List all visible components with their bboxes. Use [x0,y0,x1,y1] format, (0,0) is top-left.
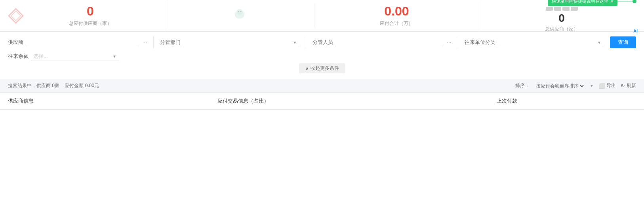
refresh-icon: ↻ [621,83,625,89]
payable-total-number: 0.00 [384,4,409,18]
results-bar: 搜索结果中，供应商 0家 应付金额 0.00元 排序： 按应付会额倒序排序 ▼ … [0,79,644,93]
search-result-text: 搜索结果中，供应商 0家 应付金额 0.00元 [8,82,99,89]
tooltip-close[interactable]: × [611,0,613,4]
stats-bar: 0 总应付供应商（家） 0.00 应付合计（万） 快速录单的快捷键说明在这里 × [0,0,644,32]
refresh-button[interactable]: ↻ 刷新 [621,82,636,89]
table-col-last-payment: 上次付款 [497,97,636,105]
balance-filter-item: 往来余额 选择... ▼ [8,51,119,61]
collapse-button[interactable]: ∧ 收起更多条件 [299,63,345,73]
refresh-label: 刷新 [627,82,636,89]
unit-class-select[interactable] [498,38,604,47]
filter-row-2: 往来余额 选择... ▼ [8,51,636,61]
payable-vendors-label: 总应付供应商（家） [69,20,112,27]
balance-select[interactable]: 选择... [31,51,119,61]
divider-1 [153,36,154,48]
dept-filter-item: 分管部门 ▼ [160,38,299,47]
collapse-arrow-icon: ∧ [305,66,309,71]
unit-class-select-wrapper: ▼ [498,38,604,47]
search-prefix: 搜索结果中，供应商 [8,83,51,88]
divider-2 [306,36,306,48]
unit-class-label: 往来单位分类 [465,39,495,46]
stat-payable-vendors: 0 总应付供应商（家） [0,0,165,31]
query-button[interactable]: 查询 [610,36,636,48]
table-col-transaction-info: 应付交易信息（占比） [217,97,497,105]
table-header: 供应商信息 应付交易信息（占比） 上次付款 [0,93,644,110]
tooltip-banner: 快速录单的快捷键说明在这里 × [548,0,617,6]
gray-block-4 [571,7,578,11]
collapse-row: ∧ 收起更多条件 [8,61,636,76]
gray-block-1 [546,7,553,11]
amount-label: 应付金额 [65,83,84,88]
balance-label: 往来余额 [8,53,29,60]
person-label: 分管人员 [312,39,333,46]
person-filter-item: 分管人员 ··· [312,38,452,47]
payable-vendors-number: 0 [87,4,94,18]
person-more-icon[interactable]: ··· [447,39,452,46]
results-left: 搜索结果中，供应商 0家 应付金额 0.00元 [8,82,99,89]
export-icon: ⬜ [598,83,605,89]
diamond-icon [8,8,24,24]
balance-select-wrapper: 选择... ▼ [31,51,119,61]
sort-select[interactable]: 按应付会额倒序排序 [534,83,585,89]
divider-3 [458,36,458,48]
payable-total-label: 应付合计（万） [380,20,413,27]
dept-label: 分管部门 [160,39,181,46]
gray-block-3 [562,7,570,11]
table-body [0,110,644,204]
vendor-label: 供应商 [8,39,24,46]
dept-select[interactable] [183,38,299,47]
tooltip-text: 快速录单的快捷键说明在这里 [552,0,608,4]
gray-blocks [546,7,578,11]
filter-bar: 供应商 ··· 分管部门 ▼ 分管人员 ··· 往来单位分类 [0,32,644,79]
export-button[interactable]: ⬜ 导出 [598,82,616,89]
filter-row-1: 供应商 ··· 分管部门 ▼ 分管人员 ··· 往来单位分类 [8,36,636,48]
export-label: 导出 [606,82,616,89]
vendor-filter-item: 供应商 ··· [8,38,147,47]
svg-point-6 [238,11,239,12]
vendor-input[interactable] [26,38,139,47]
collapse-label: 收起更多条件 [311,65,339,72]
tooltip-dot [632,0,636,3]
sort-label: 排序： [515,82,530,89]
person-input[interactable] [335,38,443,47]
results-right: 排序： 按应付会额倒序排序 ▼ ⬜ 导出 ↻ 刷新 [515,82,636,89]
ai-badge: Ai [633,29,638,33]
table-col-vendor-info: 供应商信息 [8,97,217,105]
sort-arrow-icon: ▼ [590,84,594,88]
amount-value: 0.00元 [85,83,99,88]
stat-total-vendors: 快速录单的快捷键说明在这里 × 0 总供应商（家） Ai [479,0,644,36]
vendor-more-icon[interactable]: ··· [143,39,147,46]
total-vendors-label: 总供应商（家） [545,26,578,32]
svg-point-7 [240,11,241,12]
stat-payable-total: 0.00 应付合计（万） [314,0,480,31]
bee-icon [230,4,250,27]
bee-area [165,4,314,27]
gray-block-2 [554,7,561,11]
vendor-count: 0家 [52,83,59,88]
total-vendors-number: 0 [558,12,565,25]
unit-class-filter-item: 往来单位分类 ▼ [465,38,604,47]
dept-select-wrapper: ▼ [183,38,299,47]
